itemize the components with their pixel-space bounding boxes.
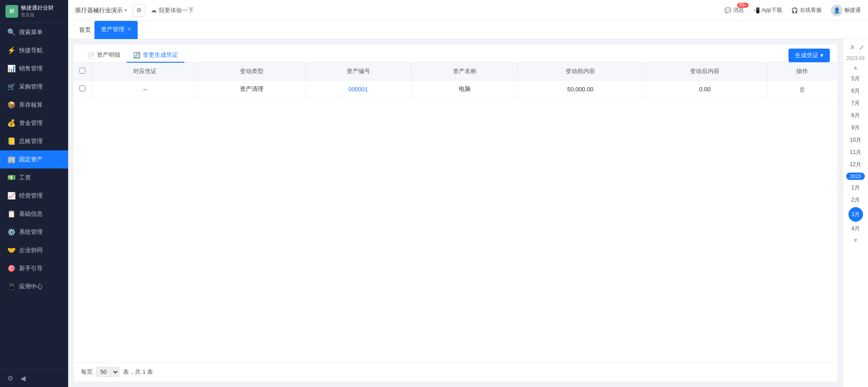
- col-asset-code: 资产编号: [305, 63, 412, 80]
- calendar-month-6[interactable]: 6月: [843, 85, 868, 97]
- home-tab-label: 首页: [79, 26, 91, 33]
- sidebar-item-app-center[interactable]: 📱应用中心: [0, 278, 68, 296]
- generate-label: 生成凭证: [795, 51, 818, 60]
- table-wrapper: 对应凭证 变动类型 资产编号 资产名称 变动前内容 变动后内容 操作 --: [74, 63, 837, 362]
- app-download-label: App下载: [762, 6, 782, 14]
- messages-icon: 💬: [724, 7, 731, 14]
- per-page-label: 每页: [81, 368, 93, 376]
- sidebar-item-basic-info[interactable]: 📋基础信息: [0, 205, 68, 223]
- calendar-month-1[interactable]: 1月: [843, 182, 868, 194]
- calendar-month-4[interactable]: 4月: [843, 223, 868, 235]
- asset-detail-icon: 📄: [87, 52, 94, 59]
- sidebar-item-sales[interactable]: 📊销售管理: [0, 60, 68, 78]
- calendar-scroll-up[interactable]: ▲: [851, 62, 861, 73]
- collab-icon: 🤝: [7, 246, 15, 254]
- calendar-month-12[interactable]: 12月: [843, 159, 868, 171]
- purchase-icon: 🛒: [7, 83, 15, 91]
- change-voucher-icon: 🔄: [133, 52, 140, 59]
- sidebar-item-system[interactable]: ⚙️系统管理: [0, 223, 68, 241]
- sidebar-item-ops[interactable]: 📈经营管理: [0, 187, 68, 205]
- calendar-month-2[interactable]: 2月: [843, 194, 868, 206]
- calendar-month-11[interactable]: 11月: [843, 146, 868, 159]
- calendar-scroll-down[interactable]: ▼: [851, 235, 861, 246]
- guide-icon: 🎯: [7, 264, 15, 273]
- user-button[interactable]: 👤 畅捷通: [831, 5, 861, 16]
- ledger-label: 总账管理: [19, 137, 43, 145]
- sidebar-item-collab[interactable]: 🤝企业协同: [0, 241, 68, 259]
- sidebar-item-payroll[interactable]: 💵工资: [0, 169, 68, 187]
- fixed-assets-label: 固定资产: [19, 155, 43, 164]
- total-label: 条，共 1 条: [123, 368, 153, 376]
- topbar: 医疗器械行业演示 ▾ ⚙ ☁ 我要体验一下 💬 消息 99+ 📲 App下载 🎧…: [68, 0, 868, 21]
- row-before-change: 50,000.00: [518, 80, 643, 98]
- generate-voucher-button[interactable]: 生成凭证 ▾: [789, 49, 830, 62]
- settings-icon[interactable]: ⚙: [7, 374, 13, 382]
- experience-button[interactable]: ☁ 我要体验一下: [151, 6, 194, 15]
- tab-close-icon[interactable]: ✕: [127, 26, 131, 32]
- tab-label: 资产管理: [101, 25, 124, 34]
- collapse-icon[interactable]: ◀: [20, 374, 26, 382]
- sidebar-item-inventory[interactable]: 📦库存核算: [0, 96, 68, 114]
- row-delete-button[interactable]: 🗑: [797, 85, 808, 93]
- calendar-month-3-current[interactable]: 3月: [848, 207, 863, 222]
- tabs-bar: 首页 资产管理 ✕: [68, 21, 868, 39]
- sidebar-item-fixed-assets[interactable]: 🏢固定资产: [0, 150, 68, 169]
- generate-voucher-area: 生成凭证 ▾: [789, 49, 830, 62]
- asset-change-table: 对应凭证 变动类型 资产编号 资产名称 变动前内容 变动后内容 操作 --: [74, 63, 837, 98]
- col-after-change: 变动后内容: [643, 63, 767, 80]
- experience-label: 我要体验一下: [159, 6, 194, 15]
- tab-asset-management[interactable]: 资产管理 ✕: [94, 21, 138, 39]
- sidebar-item-finance[interactable]: 💰资金管理: [0, 114, 68, 132]
- finance-icon: 💰: [7, 119, 15, 127]
- calendar-month-9[interactable]: 9月: [843, 122, 868, 134]
- calendar-month-5[interactable]: 5月: [843, 73, 868, 85]
- sidebar-nav: 🔍搜索菜单⚡快捷导航📊销售管理🛒采购管理📦库存核算💰资金管理📒总账管理🏢固定资产…: [0, 23, 68, 369]
- panel-close-button[interactable]: ✕: [849, 43, 856, 52]
- asset-detail-label: 资产明细: [97, 51, 120, 59]
- sidebar-item-ledger[interactable]: 📒总账管理: [0, 132, 68, 150]
- tab-home[interactable]: 首页: [75, 26, 94, 34]
- calendar-month-10[interactable]: 10月: [843, 134, 868, 146]
- inventory-label: 库存核算: [19, 101, 43, 109]
- col-voucher: 对应凭证: [92, 63, 198, 80]
- row-asset-name: 电脑: [412, 80, 518, 98]
- table-row: -- 资产清理 000001 电脑 50,000.00 0.00 🗑: [74, 80, 837, 98]
- calendar-month-7[interactable]: 7月: [843, 97, 868, 109]
- sidebar-item-quick-nav[interactable]: ⚡快捷导航: [0, 41, 68, 60]
- quick-nav-icon: ⚡: [7, 46, 15, 55]
- collab-label: 企业协同: [19, 246, 43, 254]
- row-checkbox-cell: [74, 80, 92, 98]
- row-after-change: 0.00: [643, 80, 767, 98]
- logo-text: 畅捷通好业财: [21, 5, 54, 12]
- main-area: 医疗器械行业演示 ▾ ⚙ ☁ 我要体验一下 💬 消息 99+ 📲 App下载 🎧…: [68, 0, 868, 387]
- select-all-checkbox[interactable]: [79, 68, 85, 74]
- sub-tab-asset-detail[interactable]: 📄 资产明细: [81, 48, 127, 63]
- change-voucher-label: 变更生成凭证: [143, 51, 178, 59]
- row-checkbox-0[interactable]: [79, 85, 85, 91]
- calendar-month-8[interactable]: 8月: [843, 109, 868, 122]
- messages-button[interactable]: 💬 消息 99+: [724, 6, 744, 14]
- panel-expand-button[interactable]: ⤢: [858, 43, 865, 52]
- sub-tab-change-voucher[interactable]: 🔄 变更生成凭证: [127, 48, 184, 63]
- app-download-button[interactable]: 📲 App下载: [753, 6, 782, 14]
- sidebar-logo: 好 畅捷通好业财 普及版: [0, 0, 68, 23]
- page-content: 📄 资产明细 🔄 变更生成凭证 生成凭证 ▾: [74, 45, 837, 382]
- sidebar-item-search[interactable]: 🔍搜索菜单: [0, 23, 68, 41]
- app-center-icon: 📱: [7, 283, 15, 291]
- sidebar-item-purchase[interactable]: 🛒采购管理: [0, 78, 68, 96]
- company-settings-button[interactable]: ⚙: [133, 4, 145, 17]
- year-badge-2023[interactable]: 2023: [846, 173, 864, 180]
- per-page-select[interactable]: 50 10 20 100: [96, 367, 119, 377]
- col-asset-name: 资产名称: [412, 63, 518, 80]
- generate-dropdown-icon: ▾: [820, 52, 823, 59]
- row-asset-code[interactable]: 000001: [305, 80, 412, 98]
- basic-info-icon: 📋: [7, 210, 15, 218]
- online-service-button[interactable]: 🎧 在线客服: [791, 6, 822, 14]
- row-action-cell: 🗑: [767, 80, 837, 98]
- messages-badge: 99+: [737, 3, 749, 8]
- logo-sub: 普及版: [21, 12, 54, 18]
- app-center-label: 应用中心: [19, 283, 43, 291]
- sidebar-item-guide[interactable]: 🎯新手引导: [0, 259, 68, 278]
- fixed-assets-icon: 🏢: [7, 155, 15, 164]
- company-selector[interactable]: 医疗器械行业演示 ▾: [75, 6, 127, 15]
